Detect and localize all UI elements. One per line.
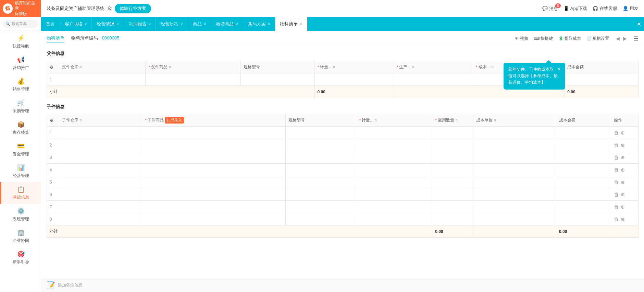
- add-row-text[interactable]: 添加备注信息: [58, 282, 83, 288]
- child-cell-spec-5[interactable]: [285, 176, 356, 188]
- copy-row-button[interactable]: ⊕: [621, 155, 625, 160]
- child-cell-product-8[interactable]: [142, 213, 285, 225]
- sidebar-item-purchase[interactable]: 🛒 采购管理: [0, 96, 41, 117]
- child-cell-unit-3[interactable]: [356, 151, 432, 164]
- delete-row-button[interactable]: 🗑: [614, 217, 619, 222]
- child-cell-qty-3[interactable]: [432, 151, 473, 164]
- sidebar-item-sales[interactable]: 💰 销售管理: [0, 74, 41, 96]
- tab-history-close[interactable]: ×: [181, 22, 183, 26]
- sub-tab-bom-code[interactable]: 物料清单编码 0000005: [71, 34, 119, 43]
- sidebar-item-marketing[interactable]: 📢 营销推广: [0, 52, 41, 74]
- child-ucost-sort[interactable]: ⇅: [494, 118, 496, 122]
- sub-tab-bom-list[interactable]: 物料清单: [47, 34, 64, 43]
- tab-bom-close[interactable]: ×: [300, 22, 302, 26]
- prev-page-arrow[interactable]: ◀: [615, 35, 621, 42]
- tab-products-close[interactable]: ×: [204, 22, 206, 26]
- child-cell-spec-3[interactable]: [285, 151, 356, 164]
- tab-profit-report[interactable]: 利润报告 ×: [124, 17, 156, 31]
- add-row-icon[interactable]: 📝: [47, 281, 55, 289]
- child-cell-unit-8[interactable]: [356, 213, 432, 225]
- copy-row-button[interactable]: ⊕: [621, 142, 625, 148]
- tab-operations-status[interactable]: 经营情况 ×: [92, 17, 124, 31]
- sort-icon[interactable]: ⇅: [491, 65, 494, 69]
- delete-row-button[interactable]: 🗑: [614, 167, 619, 173]
- delete-row-button[interactable]: 🗑: [614, 130, 619, 136]
- tab-customer[interactable]: 客户联络 ×: [60, 17, 92, 31]
- child-cell-spec-4[interactable]: [285, 164, 356, 176]
- child-sort-icon[interactable]: ⇅: [79, 118, 82, 122]
- child-cell-product-4[interactable]: [142, 164, 285, 176]
- tab-profit-close[interactable]: ×: [149, 22, 151, 26]
- sidebar-item-basic[interactable]: 📋 基础信息: [0, 182, 41, 204]
- sort-icon[interactable]: ⇅: [79, 65, 82, 69]
- parent-cell-warehouse[interactable]: [59, 73, 146, 86]
- cost-action[interactable]: 💲 提取成本: [558, 36, 581, 42]
- sidebar-search[interactable]: 🔍 搜索菜单: [0, 17, 41, 31]
- child-cell-warehouse-1[interactable]: [59, 127, 142, 139]
- settings-gear-icon[interactable]: ⚙: [107, 5, 112, 12]
- child-cell-warehouse-5[interactable]: [59, 176, 142, 188]
- layout-icon[interactable]: ☰: [634, 35, 639, 42]
- tooltip-close-button[interactable]: ×: [558, 66, 560, 73]
- sidebar-item-finance[interactable]: 💳 资金管理: [0, 139, 41, 161]
- copy-row-button[interactable]: ⊕: [621, 204, 625, 210]
- child-cell-qty-8[interactable]: [432, 213, 473, 225]
- settings-action[interactable]: 📄 单据设置: [586, 36, 609, 42]
- sort-icon[interactable]: ⇅: [169, 65, 171, 69]
- child-cell-warehouse-2[interactable]: [59, 139, 142, 151]
- parent-cell-product[interactable]: [146, 73, 241, 86]
- next-page-arrow[interactable]: ▶: [622, 35, 628, 42]
- tab-barcode[interactable]: 条码方案 ×: [243, 17, 275, 31]
- parent-cell-production[interactable]: [394, 73, 473, 86]
- child-cell-spec-2[interactable]: [285, 139, 356, 151]
- parent-cell-spec[interactable]: [240, 73, 314, 86]
- parent-cell-unit[interactable]: [314, 73, 394, 86]
- child-cell-spec-8[interactable]: [285, 213, 356, 225]
- child-qty-sort[interactable]: ⇅: [455, 118, 458, 122]
- sidebar-item-system[interactable]: ⚙️ 系统管理: [0, 204, 41, 225]
- child-col-settings[interactable]: ⚙: [47, 114, 59, 127]
- sidebar-item-operations[interactable]: 📊 经营管理: [0, 161, 41, 182]
- child-cell-qty-4[interactable]: [432, 164, 473, 176]
- child-cell-spec-6[interactable]: [285, 188, 356, 201]
- child-cell-product-6[interactable]: [142, 188, 285, 201]
- child-cell-product-1[interactable]: [142, 127, 285, 139]
- delete-row-button[interactable]: 🗑: [614, 204, 619, 210]
- sidebar-item-guide[interactable]: 🎯 新手引导: [0, 247, 41, 269]
- copy-row-button[interactable]: ⊕: [621, 217, 625, 222]
- tab-new-product[interactable]: 新增商品 ×: [211, 17, 243, 31]
- child-cell-qty-7[interactable]: [432, 201, 473, 213]
- tab-barcode-close[interactable]: ×: [268, 22, 270, 26]
- tab-ops-close[interactable]: ×: [116, 22, 119, 26]
- child-cell-warehouse-3[interactable]: [59, 151, 142, 164]
- delete-row-button[interactable]: 🗑: [614, 155, 619, 160]
- child-cell-spec-1[interactable]: [285, 127, 356, 139]
- sort-icon[interactable]: ⇅: [333, 65, 335, 69]
- child-cell-warehouse-4[interactable]: [59, 164, 142, 176]
- child-cell-unit-1[interactable]: [356, 127, 432, 139]
- child-cell-product-7[interactable]: [142, 201, 285, 213]
- sidebar-item-inventory[interactable]: 📦 库存核算: [0, 117, 41, 139]
- tab-home[interactable]: 首页: [41, 17, 60, 31]
- tab-new-product-close[interactable]: ×: [236, 22, 238, 26]
- tabbar-close-all[interactable]: ✕: [637, 21, 641, 27]
- scan-badge[interactable]: 扫码录入: [165, 117, 184, 124]
- child-cell-warehouse-7[interactable]: [59, 201, 142, 213]
- view-action[interactable]: 👁 视频: [515, 36, 528, 42]
- user-avatar-button[interactable]: 👤 用友: [623, 5, 639, 12]
- copy-row-button[interactable]: ⊕: [621, 130, 625, 136]
- child-cell-unit-2[interactable]: [356, 139, 432, 151]
- child-cell-product-2[interactable]: [142, 139, 285, 151]
- try-button[interactable]: 体验行业方案: [115, 4, 151, 13]
- child-unit-sort[interactable]: ⇅: [374, 118, 377, 122]
- tab-bom[interactable]: 物料清单 ×: [275, 17, 307, 31]
- tab-history[interactable]: 经营历程 ×: [156, 17, 188, 31]
- child-cell-product-3[interactable]: [142, 151, 285, 164]
- copy-row-button[interactable]: ⊕: [621, 192, 625, 197]
- child-cell-warehouse-8[interactable]: [59, 213, 142, 225]
- child-cell-unit-7[interactable]: [356, 201, 432, 213]
- child-cell-unit-4[interactable]: [356, 164, 432, 176]
- delete-row-button[interactable]: 🗑: [614, 192, 619, 197]
- child-cell-product-5[interactable]: [142, 176, 285, 188]
- child-cell-qty-1[interactable]: [432, 127, 473, 139]
